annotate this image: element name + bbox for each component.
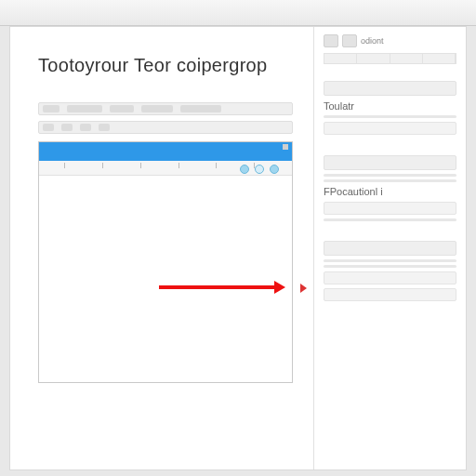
section-header[interactable] (324, 155, 456, 170)
toolbar-row-1[interactable] (38, 102, 293, 115)
stage: Tootoyrour Teor coipergrop (9, 26, 467, 470)
side-row[interactable] (324, 122, 456, 135)
dot-icon[interactable] (240, 165, 249, 174)
panel-tabs[interactable] (324, 53, 456, 64)
main-panel: Tootoyrour Teor coipergrop (10, 27, 313, 469)
side-row[interactable] (324, 202, 456, 215)
selected-row[interactable] (39, 142, 292, 161)
editor-container[interactable] (38, 141, 293, 383)
pointer-icon (300, 284, 307, 293)
section-label: Toulatr (324, 99, 456, 112)
window-titlebar (0, 0, 476, 26)
toolbar-stack (38, 102, 293, 134)
editor-dots[interactable] (240, 165, 279, 174)
section-label: FPocautionl i (324, 185, 456, 198)
side-row[interactable] (324, 271, 456, 284)
panel-icon-label: odiont (361, 34, 384, 47)
panel-icon[interactable] (342, 34, 357, 47)
toolbar-row-2[interactable] (38, 121, 293, 134)
side-row[interactable] (324, 288, 456, 301)
side-section-1: Toulatr (324, 81, 456, 139)
panel-icon[interactable] (324, 34, 338, 47)
side-panel: odiont Toulatr FPocautionl i (313, 27, 466, 469)
side-section-2: FPocautionl i (324, 155, 456, 224)
side-section-3 (324, 241, 456, 305)
section-header[interactable] (324, 81, 456, 96)
section-header[interactable] (324, 241, 456, 256)
arrow-icon (159, 285, 276, 289)
close-icon[interactable] (283, 144, 288, 150)
dot-icon[interactable] (255, 165, 264, 174)
page-title: Tootoyrour Teor coipergrop (38, 55, 293, 76)
dot-icon[interactable] (270, 165, 279, 174)
panel-icon-row[interactable]: odiont (324, 34, 456, 47)
